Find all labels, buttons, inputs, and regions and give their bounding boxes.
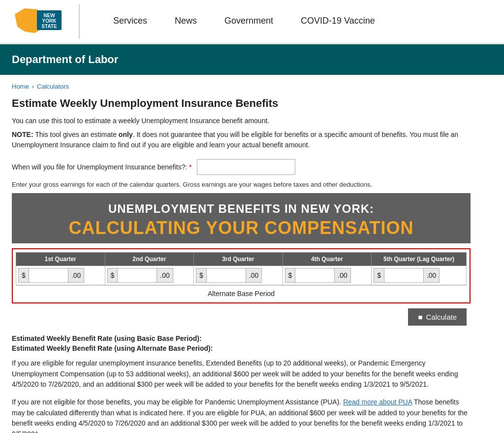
breadcrumb-home[interactable]: Home: [12, 83, 29, 90]
body-text-1: If you are eligible for regular unemploy…: [12, 358, 471, 390]
quarter-input-1[interactable]: [29, 268, 68, 283]
breadcrumb: Home › Calculators: [12, 83, 471, 90]
breadcrumb-separator: ›: [32, 83, 34, 90]
top-navigation: NEW YORK STATE Services News Government …: [0, 0, 504, 44]
results-section: Estimated Weekly Benefit Rate (using Bas…: [12, 334, 471, 352]
department-banner: Department of Labor: [0, 44, 504, 75]
svg-text:YORK: YORK: [42, 18, 57, 24]
department-title: Department of Labor: [12, 53, 118, 66]
quarters-table: 1st Quarter 2nd Quarter 3rd Quarter 4th …: [16, 252, 467, 285]
quarter-input-4[interactable]: [295, 268, 334, 283]
cents-label-2: .00: [157, 268, 173, 283]
nav-item-government[interactable]: Government: [211, 0, 287, 44]
quarter-input-cell-4: $ .00: [283, 266, 372, 285]
dollar-sign-1: $: [18, 268, 29, 283]
nav-links: Services News Government COVID-19 Vaccin…: [99, 0, 494, 44]
basic-result-label: Estimated Weekly Benefit Rate (using Bas…: [12, 334, 471, 342]
earnings-description: Enter your gross earnings for each of th…: [12, 181, 471, 188]
nav-item-services[interactable]: Services: [99, 0, 161, 44]
svg-text:NEW: NEW: [43, 13, 55, 18]
cents-label-5: .00: [423, 268, 440, 283]
calculate-button[interactable]: ■ Calculate: [408, 308, 467, 326]
dollar-sign-2: $: [107, 268, 118, 283]
date-section: When will you file for Unemployment Insu…: [12, 159, 471, 175]
breadcrumb-calculators[interactable]: Calculators: [37, 83, 69, 90]
quarter-input-2[interactable]: [117, 268, 157, 283]
svg-text:STATE: STATE: [41, 24, 57, 29]
quarter-header-2: 2nd Quarter: [105, 253, 194, 266]
intro-text: You can use this tool to estimate a week…: [12, 117, 471, 125]
dollar-sign-5: $: [374, 268, 384, 283]
body-para1: If you are eligible for regular unemploy…: [12, 358, 471, 390]
page-title: Estimate Weekly Unemployment Insurance B…: [12, 97, 471, 110]
quarter-input-3[interactable]: [206, 268, 246, 283]
quarter-input-5[interactable]: [384, 268, 423, 283]
note-box: NOTE: This tool gives an estimate only. …: [12, 130, 471, 150]
body-text-2: If you are not eligible for those benefi…: [12, 397, 471, 433]
required-indicator: *: [189, 163, 191, 171]
date-label: When will you file for Unemployment Insu…: [12, 163, 192, 171]
quarter-header-5: 5th Quarter (Lag Quarter): [372, 253, 467, 266]
dollar-sign-3: $: [196, 268, 206, 283]
alt-base-period-label: Alternate Base Period: [16, 285, 467, 300]
calculate-row: ■ Calculate: [12, 308, 471, 326]
logo-area: NEW YORK STATE: [10, 4, 80, 39]
calc-icon: ■: [418, 313, 422, 321]
ny-state-logo[interactable]: NEW YORK STATE: [10, 4, 64, 39]
quarters-highlight-box: 1st Quarter 2nd Quarter 3rd Quarter 4th …: [12, 248, 471, 303]
date-field-row: When will you file for Unemployment Insu…: [12, 159, 471, 175]
alt-result-label: Estimated Weekly Benefit Rate (using Alt…: [12, 344, 471, 352]
body-para2: If you are not eligible for those benefi…: [12, 397, 471, 433]
quarter-header-3: 3rd Quarter: [194, 253, 283, 266]
note-text: This tool gives an estimate only. It doe…: [12, 131, 458, 149]
cents-label-1: .00: [68, 268, 84, 283]
overlay-banner: UNEMPLOYMENT BENEFITS IN NEW YORK: CALCU…: [12, 193, 471, 243]
quarter-header-4: 4th Quarter: [283, 253, 372, 266]
quarter-input-cell-1: $ .00: [16, 266, 105, 285]
nav-item-news[interactable]: News: [161, 0, 211, 44]
overlay-line1: UNEMPLOYMENT BENEFITS IN NEW YORK:: [17, 202, 466, 216]
quarter-input-cell-3: $ .00: [194, 266, 283, 285]
cents-label-3: .00: [246, 268, 262, 283]
overlay-line2: CALCULATING YOUR COMPENSATION: [17, 218, 466, 238]
quarter-input-cell-2: $ .00: [105, 266, 194, 285]
calc-button-label: Calculate: [426, 313, 457, 321]
cents-label-4: .00: [334, 268, 350, 283]
note-label: NOTE:: [12, 131, 33, 138]
main-content: Home › Calculators Estimate Weekly Unemp…: [0, 75, 482, 433]
pua-link[interactable]: Read more about PUA: [343, 398, 412, 406]
body-text-2-before: If you are not eligible for those benefi…: [12, 398, 341, 406]
date-input[interactable]: [197, 159, 295, 175]
quarter-input-cell-5: $ .00: [372, 266, 467, 285]
quarter-header-1: 1st Quarter: [16, 253, 105, 266]
nav-item-covid[interactable]: COVID-19 Vaccine: [287, 0, 389, 44]
dollar-sign-4: $: [285, 268, 295, 283]
